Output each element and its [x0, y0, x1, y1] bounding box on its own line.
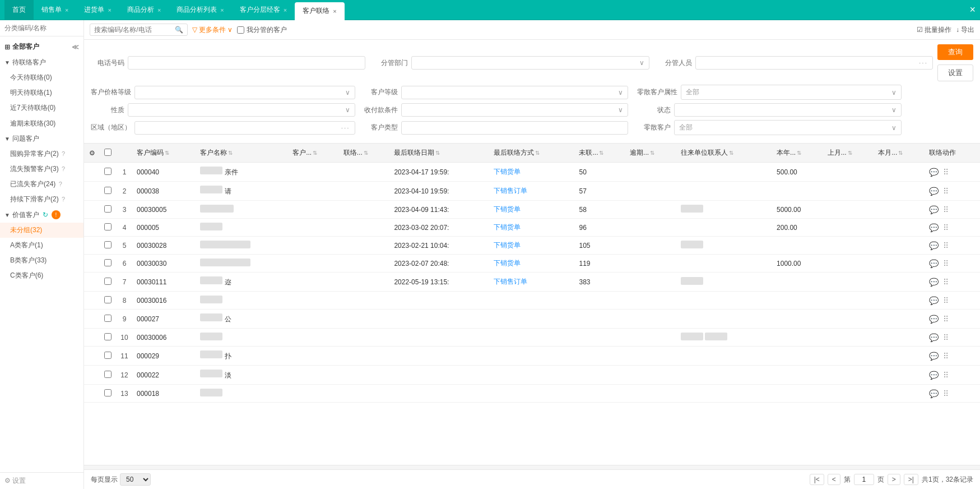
toolbar-search-input[interactable]	[94, 26, 173, 34]
sidebar-item-class-c[interactable]: C类客户(6)	[0, 268, 83, 283]
chat-icon[interactable]: 💬	[929, 315, 939, 324]
chat-icon[interactable]: 💬	[929, 205, 939, 214]
more-icon[interactable]: ⠿	[943, 187, 949, 196]
sidebar-item-declining[interactable]: 持续下滑客户(2) ?	[0, 192, 83, 207]
first-page-btn[interactable]: |<	[810, 474, 824, 485]
filter-input-phone[interactable]	[128, 56, 365, 70]
td-checkbox[interactable]	[100, 163, 115, 182]
more-icon[interactable]: ⠿	[943, 241, 949, 250]
sidebar-item-today[interactable]: 今天待联络(0)	[0, 70, 83, 85]
tab-goods-analysis-list-close[interactable]: ×	[220, 7, 224, 13]
prev-page-btn[interactable]: <	[828, 474, 840, 485]
filter-select-price-level[interactable]: ∨	[134, 86, 355, 99]
chat-icon[interactable]: 💬	[929, 296, 939, 305]
sidebar-group-value[interactable]: ▼ 价值客户 ↻ !	[0, 207, 83, 223]
tab-goods-analysis-close[interactable]: ×	[157, 7, 161, 13]
tab-customer-segment-close[interactable]: ×	[284, 7, 287, 13]
sidebar-item-churn-warning[interactable]: 流失预警客户(3) ?	[0, 162, 83, 177]
th-last-method[interactable]: 最后联络方式⇅	[490, 144, 575, 163]
more-icon[interactable]: ⠿	[943, 205, 949, 214]
sidebar-item-class-b[interactable]: B类客户(33)	[0, 253, 83, 268]
filter-select-status[interactable]: ∨	[674, 103, 902, 117]
chat-icon[interactable]: 💬	[929, 223, 939, 232]
sidebar-group-pending[interactable]: ▼ 待联络客户	[0, 55, 83, 70]
tab-customer-contact-close[interactable]: ×	[333, 8, 336, 15]
more-icon[interactable]: ⠿	[943, 223, 949, 232]
sidebar-item-class-a[interactable]: A类客户(1)	[0, 238, 83, 253]
filter-select-region[interactable]: ···	[134, 121, 355, 135]
th-last-month[interactable]: 上月...⇅	[824, 144, 875, 163]
page-input[interactable]	[854, 474, 874, 485]
th-this-year[interactable]: 本年...⇅	[773, 144, 824, 163]
th-not-contacted[interactable]: 未联...⇅	[575, 144, 626, 163]
filter-select-person[interactable]: ···	[695, 56, 933, 70]
chat-icon[interactable]: 💬	[929, 168, 939, 177]
next-page-btn[interactable]: >	[888, 474, 900, 485]
page-size-select[interactable]: 50 100 200	[120, 473, 151, 486]
more-icon[interactable]: ⠿	[943, 278, 949, 287]
export-btn[interactable]: ↓ 导出	[956, 25, 974, 35]
close-all-btn[interactable]: ×	[969, 4, 976, 16]
sidebar-item-abnormal[interactable]: 囤购异常客户(2) ?	[0, 146, 83, 162]
tab-goods-analysis-list[interactable]: 商品分析列表 ×	[169, 0, 231, 20]
filter-select-retail-customer[interactable]: 全部 ∨	[674, 120, 902, 135]
query-btn[interactable]: 查询	[937, 44, 973, 60]
filter-select-dept[interactable]: ∨	[411, 56, 649, 70]
th-contact-person[interactable]: 往来单位联系人⇅	[677, 144, 773, 163]
sidebar-item-churned[interactable]: 已流失客户(24) ?	[0, 177, 83, 192]
tab-purchase[interactable]: 进货单 ×	[76, 0, 119, 20]
more-icon[interactable]: ⠿	[943, 389, 949, 398]
th-type[interactable]: 客户...⇅	[289, 144, 340, 163]
last-page-btn[interactable]: >|	[904, 474, 918, 485]
tab-sales[interactable]: 销售单 ×	[34, 0, 76, 20]
td-last-method[interactable]: 下销货单	[490, 163, 575, 182]
toolbar-search-icon[interactable]: 🔍	[175, 26, 183, 34]
th-code[interactable]: 客户编码⇅	[133, 144, 197, 163]
my-customer-checkbox[interactable]	[237, 26, 244, 34]
chat-icon[interactable]: 💬	[929, 352, 939, 361]
filter-select-customer-level[interactable]: ∨	[401, 86, 629, 99]
horizontal-scrollbar[interactable]	[84, 465, 980, 469]
tab-sales-close[interactable]: ×	[65, 7, 68, 13]
more-icon[interactable]: ⠿	[943, 296, 949, 305]
more-icon[interactable]: ⠿	[943, 168, 949, 177]
chat-icon[interactable]: 💬	[929, 187, 939, 196]
th-last-date[interactable]: 最后联络日期⇅	[391, 144, 490, 163]
sidebar-all-customers[interactable]: ⊞ 全部客户 ≪	[0, 39, 83, 55]
chat-icon[interactable]: 💬	[929, 371, 939, 380]
more-icon[interactable]: ⠿	[943, 352, 949, 361]
sidebar-search-input[interactable]	[4, 24, 84, 32]
th-checkbox[interactable]	[100, 144, 115, 163]
more-icon[interactable]: ⠿	[943, 371, 949, 380]
th-this-month[interactable]: 本月...⇅	[875, 144, 926, 163]
filter-select-nature[interactable]: ∨	[128, 103, 355, 117]
more-icon[interactable]: ⠿	[943, 315, 949, 324]
select-all-checkbox[interactable]	[104, 149, 112, 156]
filter-select-payment[interactable]: ∨	[401, 103, 629, 117]
my-customer-filter[interactable]: 我分管的客户	[237, 25, 287, 35]
reset-btn[interactable]: 设置	[937, 64, 973, 81]
chat-icon[interactable]: 💬	[929, 389, 939, 398]
more-icon[interactable]: ⠿	[943, 333, 949, 342]
refresh-icon[interactable]: ↻	[43, 211, 48, 219]
batch-ops-btn[interactable]: ☑ 批量操作	[917, 25, 951, 35]
chat-icon[interactable]: 💬	[929, 278, 939, 287]
th-contact[interactable]: 联络...⇅	[340, 144, 391, 163]
th-overdue[interactable]: 逾期...⇅	[626, 144, 677, 163]
tab-customer-contact[interactable]: 客户联络 ×	[295, 2, 344, 20]
chat-icon[interactable]: 💬	[929, 259, 939, 268]
more-icon[interactable]: ⠿	[943, 259, 949, 268]
filter-more-btn[interactable]: ▽ 更多条件 ∨	[192, 25, 233, 35]
chat-icon[interactable]: 💬	[929, 241, 939, 250]
th-settings[interactable]: ⚙	[84, 144, 100, 163]
sidebar-item-tomorrow[interactable]: 明天待联络(1)	[0, 85, 83, 100]
tab-home[interactable]: 首页	[4, 0, 34, 20]
chat-icon[interactable]: 💬	[929, 333, 939, 342]
tab-goods-analysis[interactable]: 商品分析 ×	[119, 0, 169, 20]
tab-customer-segment[interactable]: 客户分层经客 ×	[232, 0, 295, 20]
sidebar-group-problem[interactable]: ▼ 问题客户	[0, 131, 83, 146]
th-name[interactable]: 客户名称⇅	[197, 144, 289, 163]
sidebar-item-ungrouped[interactable]: 未分组(32)	[0, 223, 83, 238]
filter-input-customer-type[interactable]	[401, 121, 629, 135]
sidebar-item-7days[interactable]: 近7天待联络(0)	[0, 100, 83, 116]
